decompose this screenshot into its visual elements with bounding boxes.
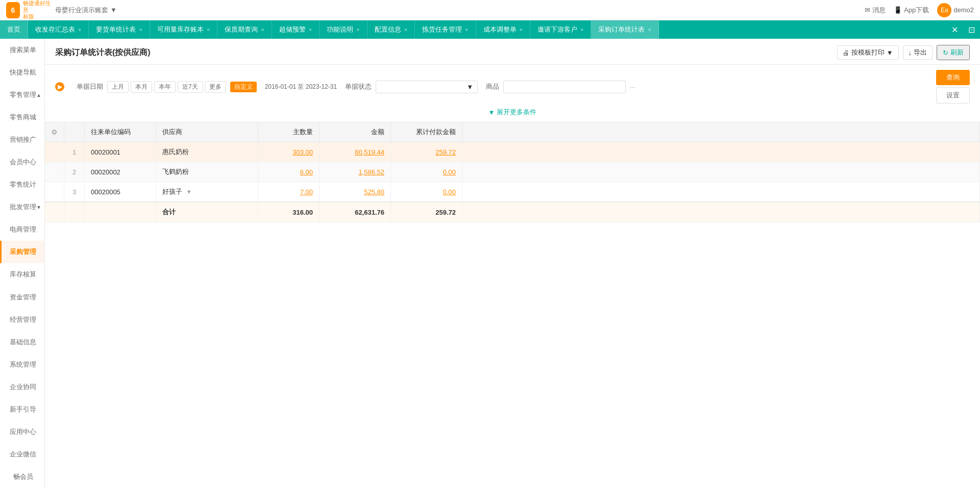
logo-icon: 6 — [6, 2, 20, 18]
status-filter: 单据状态 ▼ — [345, 81, 478, 93]
sidebar-item-ecommerce[interactable]: 电商管理 — [0, 218, 44, 241]
table-row[interactable]: 2 00020002 飞鹤奶粉 6.00 1,586.52 0.00 — [45, 162, 980, 182]
phone-icon: 📱 — [894, 6, 902, 14]
date-last-month-button[interactable]: 上月 — [107, 81, 129, 93]
col-supplier-header: 供应商 — [156, 122, 258, 142]
custom-date-badge[interactable]: 自定义 — [230, 82, 257, 92]
row-amount-cell: 1,586.52 — [320, 162, 391, 182]
sidebar-item-basic-info[interactable]: 基础信息 — [0, 331, 44, 353]
maximize-button[interactable]: ⊡ — [963, 20, 980, 39]
close-icon[interactable]: × — [139, 27, 142, 33]
sidebar-item-finance[interactable]: 资金管理 — [0, 286, 44, 309]
page-title: 采购订单统计表(按供应商) — [55, 47, 151, 58]
sidebar-item-quicknav[interactable]: 快捷导航 — [0, 61, 44, 84]
table-row[interactable]: 3 00020005 好孩子 ▼ 7.00 525.80 0.00 — [45, 182, 980, 202]
sidebar-item-retail-mgmt[interactable]: 零售管理 ▲ — [0, 84, 44, 106]
col-qty-header: 主数量 — [258, 122, 320, 142]
tab-yaoqing[interactable]: 邀请下游客户 × — [530, 20, 591, 39]
date-7days-button[interactable]: 近7天 — [178, 81, 203, 93]
row-supplier-cell: 惠氏奶粉 — [156, 142, 258, 162]
close-icon[interactable]: × — [309, 27, 312, 33]
col-settings: ⚙ — [45, 122, 64, 142]
top-bar: 6 畅捷通好生意 标版 母婴行业演示账套 ▼ ✉ 消息 📱 App下载 Ea d… — [0, 0, 980, 20]
tab-keyongliang[interactable]: 可用量库存账本 × — [150, 20, 217, 39]
row-supplier-cell: 好孩子 ▼ — [156, 182, 258, 202]
sidebar-item-retail-stats[interactable]: 零售统计 — [0, 173, 44, 196]
col-code-header: 往来单位编码 — [85, 122, 156, 142]
user-area[interactable]: Ea demo2 — [937, 3, 974, 17]
page-header: 采购订单统计表(按供应商) 🖨 按模板打印 ▼ ↓ 导出 ↻ 刷新 — [45, 39, 980, 65]
close-icon[interactable]: × — [465, 27, 468, 33]
nav-tabs: 首页 收发存汇总表 × 要货单统计表 × 可用量库存账本 × 保质期查询 × 超… — [0, 20, 980, 39]
sidebar-item-wechat[interactable]: 企业微信 — [0, 443, 44, 466]
row-code-cell: 00020001 — [85, 142, 156, 162]
tab-chengben[interactable]: 成本调整单 × — [476, 20, 530, 39]
date-more-button[interactable]: 更多 — [205, 81, 226, 93]
app-download-button[interactable]: 📱 App下载 — [894, 6, 929, 15]
footer-code-cell — [85, 202, 156, 222]
expand-more-button[interactable]: ▼ 展开更多条件 — [488, 108, 537, 117]
sidebar: 搜索菜单 快捷导航 零售管理 ▲ 零售商城 营销推广 会员中心 零售统计 批发管… — [0, 39, 45, 488]
sidebar-item-member2[interactable]: 畅会员 — [0, 466, 44, 488]
tab-home[interactable]: 首页 — [0, 20, 28, 39]
close-icon[interactable]: × — [520, 27, 523, 33]
refresh-button[interactable]: ↻ 刷新 — [937, 45, 970, 60]
print-button[interactable]: 🖨 按模板打印 ▼ — [837, 45, 899, 60]
settings-button[interactable]: 设置 — [936, 87, 970, 104]
sidebar-item-wholesale[interactable]: 批发管理 ▼ — [0, 196, 44, 218]
close-icon[interactable]: × — [648, 27, 651, 33]
sidebar-item-member[interactable]: 会员中心 — [0, 151, 44, 173]
goods-filter: 商品 ··· — [486, 81, 635, 93]
date-range-text: 2016-01-01 至 2023-12-31 — [265, 83, 337, 91]
close-icon[interactable]: × — [356, 27, 359, 33]
tab-yaohuo[interactable]: 要货单统计表 × — [89, 20, 150, 39]
search-button[interactable]: 查询 — [936, 70, 970, 85]
col-paid-header: 累计付款金额 — [391, 122, 462, 142]
sidebar-item-purchase[interactable]: 采购管理 — [0, 241, 44, 263]
sidebar-item-marketing[interactable]: 营销推广 — [0, 129, 44, 151]
export-button[interactable]: ↓ 导出 — [903, 45, 933, 60]
sidebar-item-appcenter[interactable]: 应用中心 — [0, 421, 44, 443]
date-this-year-button[interactable]: 本年 — [154, 81, 176, 93]
close-tab-button[interactable]: ✕ — [946, 20, 963, 39]
tab-jianhuo[interactable]: 拣货任务管理 × — [415, 20, 476, 39]
tab-caigou-active[interactable]: 采购订单统计表 × — [591, 20, 658, 39]
date-range-item: 2016-01-01 至 2023-12-31 — [265, 83, 337, 91]
footer-empty-cell — [462, 202, 980, 222]
table-header-row: ⚙ 往来单位编码 供应商 主数量 金额 — [45, 122, 980, 142]
search-actions: 查询 设置 — [936, 70, 970, 104]
row-amount-cell: 60,519.44 — [320, 142, 391, 162]
logo-text: 畅捷通好生意 标版 — [23, 0, 51, 20]
tab-gongneng[interactable]: 功能说明 × — [320, 20, 367, 39]
sidebar-item-system[interactable]: 系统管理 — [0, 353, 44, 376]
collapse-arrow-button[interactable]: ▶ — [55, 82, 64, 91]
sidebar-item-inventory[interactable]: 库存核算 — [0, 263, 44, 286]
goods-input[interactable] — [503, 81, 626, 93]
workspace-selector[interactable]: 母婴行业演示账套 ▼ — [55, 6, 117, 15]
table-row[interactable]: 1 00020001 惠氏奶粉 303.00 60,519.44 259.72 — [45, 142, 980, 162]
close-icon[interactable]: × — [207, 27, 210, 33]
row-amount-cell: 525.80 — [320, 182, 391, 202]
date-this-month-button[interactable]: 本月 — [131, 81, 152, 93]
ellipsis-icon[interactable]: ··· — [630, 83, 635, 91]
sidebar-item-search[interactable]: 搜索菜单 — [0, 39, 44, 61]
tab-chaochuyujing[interactable]: 超储预警 × — [272, 20, 320, 39]
sidebar-item-guide[interactable]: 新手引导 — [0, 398, 44, 421]
sidebar-item-operation[interactable]: 经营管理 — [0, 309, 44, 331]
row-seq-cell: 3 — [64, 182, 85, 202]
gear-icon[interactable]: ⚙ — [51, 128, 58, 136]
chevron-down-icon: ▼ — [488, 109, 495, 116]
sidebar-item-collaboration[interactable]: 企业协同 — [0, 376, 44, 398]
tab-baozhi[interactable]: 保质期查询 × — [217, 20, 272, 39]
message-button[interactable]: ✉ 消息 — [865, 6, 886, 15]
status-dropdown[interactable]: ▼ — [376, 81, 478, 93]
footer-label-cell: 合计 — [156, 202, 258, 222]
tab-shoufacun[interactable]: 收发存汇总表 × — [28, 20, 89, 39]
close-icon[interactable]: × — [78, 27, 81, 33]
close-icon[interactable]: × — [404, 27, 407, 33]
close-icon[interactable]: × — [580, 27, 583, 33]
tab-peizhi[interactable]: 配置信息 × — [368, 20, 415, 39]
sidebar-item-retail-shop[interactable]: 零售商城 — [0, 106, 44, 129]
close-icon[interactable]: × — [261, 27, 264, 33]
row-paid-cell: 0.00 — [391, 182, 462, 202]
